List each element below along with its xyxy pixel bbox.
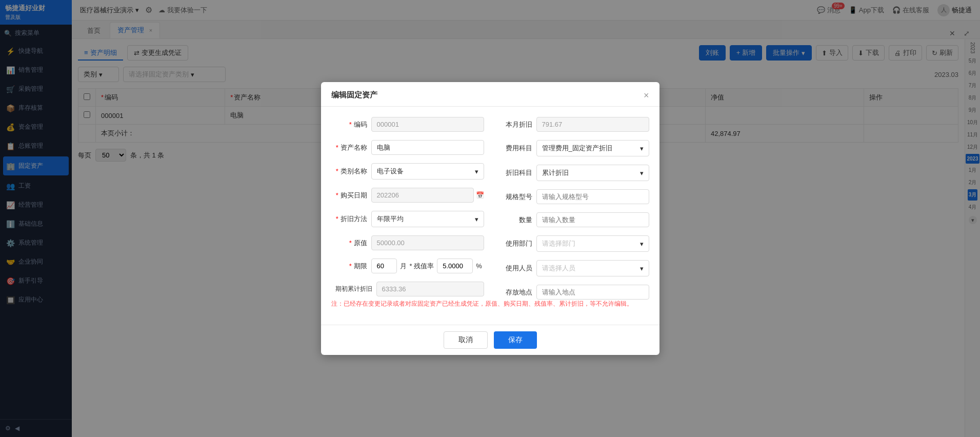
dialog-close-btn[interactable]: × bbox=[644, 91, 649, 100]
expense-subject-chevron: ▾ bbox=[640, 145, 644, 152]
use-dept-chevron: ▾ bbox=[640, 240, 644, 248]
original-value-input[interactable] bbox=[371, 235, 484, 250]
edit-asset-dialog: 编辑固定资产 × 编码 资产名称 bbox=[321, 82, 659, 355]
residual-rate-input[interactable] bbox=[437, 259, 473, 273]
field-asset-name: 资产名称 bbox=[331, 140, 484, 155]
depreciation-chevron-icon: ▾ bbox=[475, 215, 478, 223]
depreciation-subject-value: 累计折旧 bbox=[542, 168, 569, 177]
field-use-person: 使用人员 请选择人员 ▾ bbox=[496, 260, 649, 276]
storage-label: 存放地点 bbox=[496, 288, 532, 297]
cancel-button[interactable]: 取消 bbox=[444, 331, 488, 349]
category-select[interactable]: 电子设备 ▾ bbox=[371, 163, 484, 180]
form-section-right: 本月折旧 费用科目 管理费用_固定资产折旧 ▾ 折旧科目 bbox=[496, 117, 649, 300]
use-person-select[interactable]: 请选择人员 ▾ bbox=[536, 260, 649, 276]
save-button[interactable]: 保存 bbox=[494, 331, 537, 349]
dialog-overlay: 编辑固定资产 × 编码 资产名称 bbox=[0, 0, 980, 437]
dialog-body: 编码 资产名称 类别名称 电子设备 ▾ bbox=[321, 107, 659, 325]
purchase-date-label: 购买日期 bbox=[331, 191, 367, 200]
use-dept-select[interactable]: 请选择部门 ▾ bbox=[536, 235, 649, 252]
calendar-icon[interactable]: 📅 bbox=[476, 191, 484, 199]
field-monthly-depreciation: 本月折旧 bbox=[496, 117, 649, 132]
category-select-value: 电子设备 bbox=[377, 167, 404, 176]
depreciation-method-label: 折旧方法 bbox=[331, 214, 367, 224]
period-residual-inline: 月 * 残值率 % bbox=[371, 259, 484, 273]
initial-accumulated-input[interactable] bbox=[376, 282, 484, 296]
code-label: 编码 bbox=[331, 120, 367, 129]
form-grid: 编码 资产名称 类别名称 电子设备 ▾ bbox=[331, 117, 649, 300]
field-code: 编码 bbox=[331, 117, 484, 132]
asset-name-input[interactable] bbox=[371, 140, 484, 155]
dialog-footer: 取消 保存 bbox=[321, 325, 659, 355]
period-label: 期限 bbox=[331, 262, 367, 271]
depreciation-method-value: 年限平均 bbox=[377, 214, 404, 224]
period-input[interactable] bbox=[371, 259, 397, 273]
field-spec: 规格型号 bbox=[496, 189, 649, 204]
quantity-label: 数量 bbox=[496, 215, 532, 225]
quantity-input[interactable] bbox=[536, 212, 649, 227]
use-person-placeholder: 请选择人员 bbox=[542, 264, 575, 273]
use-dept-placeholder: 请选择部门 bbox=[542, 239, 575, 248]
field-storage: 存放地点 bbox=[496, 285, 649, 300]
dialog-note: 注：已经存在变更记录或者对应固定资产已经生成凭证，原值、购买日期、残值率、累计折… bbox=[331, 300, 649, 308]
field-quantity: 数量 bbox=[496, 212, 649, 227]
expense-subject-value: 管理费用_固定资产折旧 bbox=[542, 144, 612, 153]
field-period-residual: 期限 月 * 残值率 % bbox=[331, 259, 484, 273]
monthly-depreciation-label: 本月折旧 bbox=[496, 120, 532, 129]
field-depreciation-subject: 折旧科目 累计折旧 ▾ bbox=[496, 165, 649, 181]
field-depreciation-method: 折旧方法 年限平均 ▾ bbox=[331, 211, 484, 227]
spec-input[interactable] bbox=[536, 189, 649, 204]
residual-rate-star: * 残值率 bbox=[410, 262, 434, 271]
field-use-dept: 使用部门 请选择部门 ▾ bbox=[496, 235, 649, 252]
use-person-chevron: ▾ bbox=[640, 265, 644, 272]
form-section-left: 编码 资产名称 类别名称 电子设备 ▾ bbox=[331, 117, 484, 300]
field-initial-accumulated: 期初累计折旧 bbox=[331, 282, 484, 296]
field-purchase-date: 购买日期 📅 bbox=[331, 188, 484, 203]
use-person-label: 使用人员 bbox=[496, 264, 532, 273]
residual-rate-unit: % bbox=[476, 262, 482, 270]
field-category: 类别名称 电子设备 ▾ bbox=[331, 163, 484, 180]
category-label: 类别名称 bbox=[331, 167, 367, 176]
dialog-header: 编辑固定资产 × bbox=[321, 82, 659, 107]
spec-label: 规格型号 bbox=[496, 192, 532, 202]
use-dept-label: 使用部门 bbox=[496, 239, 532, 248]
storage-input[interactable] bbox=[536, 285, 649, 300]
expense-subject-label: 费用科目 bbox=[496, 144, 532, 153]
asset-name-label: 资产名称 bbox=[331, 143, 367, 152]
monthly-depreciation-input bbox=[536, 117, 649, 132]
field-original-value: 原值 bbox=[331, 235, 484, 250]
expense-subject-select[interactable]: 管理费用_固定资产折旧 ▾ bbox=[536, 140, 649, 156]
depreciation-subject-select[interactable]: 累计折旧 ▾ bbox=[536, 165, 649, 181]
depreciation-subject-label: 折旧科目 bbox=[496, 168, 532, 177]
code-input[interactable] bbox=[371, 117, 484, 132]
initial-accumulated-label: 期初累计折旧 bbox=[331, 285, 372, 293]
field-expense-subject: 费用科目 管理费用_固定资产折旧 ▾ bbox=[496, 140, 649, 156]
purchase-date-input[interactable] bbox=[371, 188, 474, 203]
dialog-title: 编辑固定资产 bbox=[331, 90, 377, 100]
category-chevron-icon: ▾ bbox=[475, 168, 478, 175]
period-unit: 月 bbox=[400, 262, 407, 271]
depreciation-subject-chevron: ▾ bbox=[640, 169, 644, 177]
original-value-label: 原值 bbox=[331, 239, 367, 248]
depreciation-method-select[interactable]: 年限平均 ▾ bbox=[371, 211, 484, 227]
